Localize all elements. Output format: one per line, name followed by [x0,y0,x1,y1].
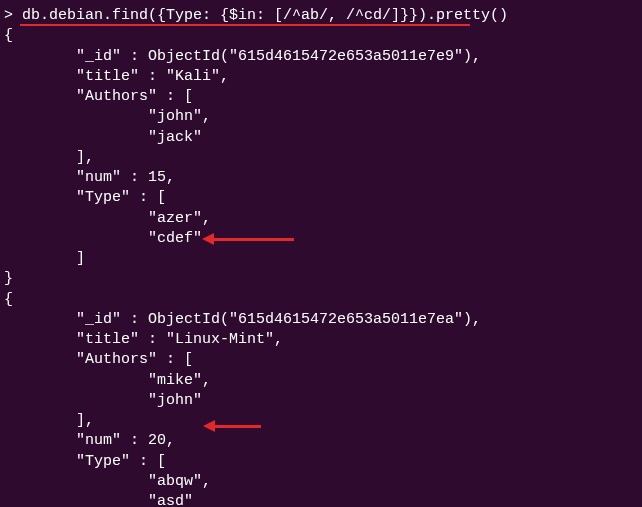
doc1-open-brace: { [4,26,638,46]
doc1-type-open: "Type" : [ [4,188,638,208]
doc2-type-open: "Type" : [ [4,452,638,472]
doc2-authors-open: "Authors" : [ [4,350,638,370]
doc1-type2: "cdef" [4,229,638,249]
doc1-close-brace: } [4,269,638,289]
doc1-title: "title" : "Kali", [4,67,638,87]
arrow-annotation-cdef [202,233,294,245]
arrow-line-icon [214,238,294,241]
doc1-authors-open: "Authors" : [ [4,87,638,107]
command-line[interactable]: > db.debian.find({Type: {$in: [/^ab/, /^… [4,6,638,26]
doc2-num: "num" : 20, [4,431,638,451]
doc1-num: "num" : 15, [4,168,638,188]
doc2-type2: "asd" [4,492,638,507]
doc2-id: "_id" : ObjectId("615d4615472e653a5011e7… [4,310,638,330]
doc1-authors-close: ], [4,148,638,168]
arrow-annotation-abqw [203,420,261,432]
doc1-id: "_id" : ObjectId("615d4615472e653a5011e7… [4,47,638,67]
command-underline-annotation [20,24,470,26]
doc1-author2: "jack" [4,128,638,148]
doc2-type1: "abqw", [4,472,638,492]
doc1-type-close: ] [4,249,638,269]
doc2-open-brace: { [4,290,638,310]
arrow-head-icon [202,233,214,245]
doc1-author1: "john", [4,107,638,127]
arrow-head-icon [203,420,215,432]
arrow-line-icon [215,425,261,428]
doc2-title: "title" : "Linux-Mint", [4,330,638,350]
doc2-author2: "john" [4,391,638,411]
doc2-author1: "mike", [4,371,638,391]
doc2-authors-close: ], [4,411,638,431]
doc1-type1: "azer", [4,209,638,229]
command-text: db.debian.find({Type: {$in: [/^ab/, /^cd… [22,7,508,24]
prompt-symbol: > [4,7,13,24]
